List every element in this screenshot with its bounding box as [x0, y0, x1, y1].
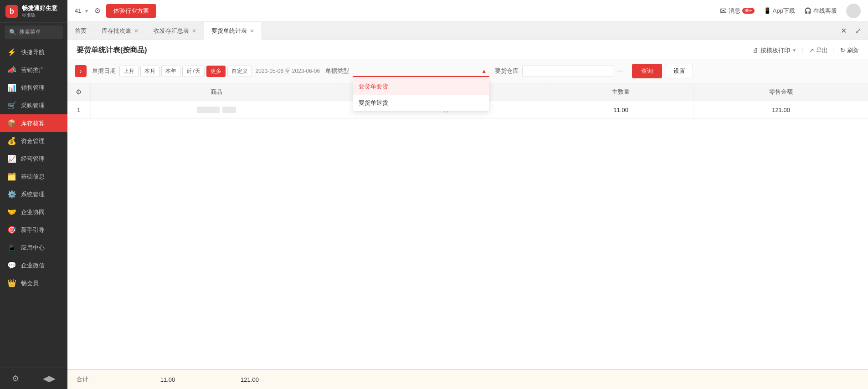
page-header-actions: 🖨 按模板打印 ▼ | ↗ 导出 | ↻ 刷新	[753, 46, 859, 55]
filter-actions: 查询 设置	[632, 64, 693, 78]
query-button[interactable]: 查询	[632, 64, 662, 78]
user-avatar[interactable]	[846, 4, 861, 18]
online-service-button[interactable]: 🎧 在线客服	[804, 7, 837, 15]
print-arrow-icon: ▼	[792, 48, 796, 53]
col-header-gear[interactable]: ⚙	[67, 83, 90, 101]
sidebar-item-sales[interactable]: 📊 销售管理	[0, 79, 67, 97]
export-icon: ↗	[809, 47, 814, 54]
print-icon: 🖨	[753, 47, 759, 54]
sidebar-item-wechat[interactable]: 💬 企业微信	[0, 256, 67, 274]
app-logo-text: 畅捷通好生意 标准版	[22, 5, 57, 18]
tab-batch[interactable]: 库存批次账 ✕	[94, 22, 146, 40]
apps-icon: 📱	[7, 243, 16, 252]
row-product	[90, 101, 343, 119]
export-button[interactable]: ↗ 导出	[809, 46, 828, 55]
table-wrap: ⚙ 商品 主计量单位 主数量 零售金额 1	[67, 83, 868, 369]
settings-button[interactable]: 设置	[666, 64, 693, 78]
page-title: 要货单统计表(按商品)	[77, 46, 147, 55]
warehouse-filter-input[interactable]	[522, 66, 613, 77]
marketing-icon: 📣	[7, 66, 16, 74]
type-dropdown-menu: 要货单要货 要货单退货	[353, 78, 489, 112]
dropdown-item-require-return[interactable]: 要货单退货	[353, 95, 489, 111]
sidebar-item-guide[interactable]: 🎯 新手引导	[0, 221, 67, 239]
sidebar-logo: b 畅捷通好生意 标准版	[0, 0, 67, 23]
sidebar-item-basic[interactable]: 🗂️ 基础信息	[0, 168, 67, 185]
sidebar-item-enterprise[interactable]: 🤝 企业协同	[0, 203, 67, 221]
topbar: 41 ▼ ⚙ 体验行业方案 ✉ 消息 99+ 📱 App下载 🎧 在线客服	[67, 0, 868, 22]
row-index: 1	[67, 101, 90, 119]
warehouse-more-icon[interactable]: ···	[617, 67, 623, 75]
refresh-label: 刷新	[847, 46, 859, 55]
tab-order-stats-label: 要货单统计表	[211, 27, 247, 35]
table-settings-icon[interactable]: ⚙	[76, 88, 82, 96]
print-label: 按模板打印	[760, 46, 790, 55]
type-filter-label: 单据类型	[325, 67, 349, 75]
dropdown-item-require-goods[interactable]: 要货单要货	[353, 78, 489, 95]
tabs-controls: ✕ ⤢	[833, 25, 868, 37]
expand-tabs-button[interactable]: ⤢	[852, 25, 864, 37]
purchase-icon: 🛒	[7, 101, 16, 110]
operations-icon: 📈	[7, 154, 16, 163]
date-custom-btn[interactable]: 自定义	[227, 66, 252, 77]
product-code-placeholder	[222, 107, 236, 113]
trial-button[interactable]: 体验行业方案	[106, 4, 156, 18]
sidebar-item-member[interactable]: 👑 畅会员	[0, 274, 67, 292]
print-button[interactable]: 🖨 按模板打印 ▼	[753, 46, 796, 55]
type-input-wrap: ▲ 要货单要货 要货单退货	[353, 66, 489, 77]
sidebar-item-label: 新手引导	[21, 226, 45, 234]
topbar-gear-icon[interactable]: ⚙	[94, 6, 101, 15]
sidebar-item-label: 系统管理	[21, 190, 45, 199]
messages-badge: 99+	[742, 8, 755, 14]
tab-order-stats[interactable]: 要货单统计表 ✕	[204, 22, 262, 40]
sidebar-item-system[interactable]: ⚙️ 系统管理	[0, 185, 67, 203]
sidebar-item-apps[interactable]: 📱 应用中心	[0, 239, 67, 256]
tab-order-stats-close[interactable]: ✕	[250, 28, 254, 34]
tab-home-label: 首页	[75, 27, 87, 35]
sidebar-item-label: 采购管理	[21, 102, 45, 110]
close-all-tabs-button[interactable]: ✕	[837, 25, 850, 37]
product-cell	[96, 107, 338, 113]
guide-icon: 🎯	[7, 225, 16, 234]
filter-toggle-button[interactable]: ›	[75, 65, 87, 77]
tab-summary-label: 收发存汇总表	[154, 27, 189, 35]
tab-home[interactable]: 首页	[67, 22, 94, 40]
sidebar-item-label: 快捷导航	[21, 48, 45, 56]
messages-label: 消息	[729, 7, 740, 15]
date-this-month-btn[interactable]: 本月	[140, 66, 159, 77]
warehouse-filter-group: 要货仓库 ···	[495, 66, 623, 77]
type-filter-input[interactable]	[353, 66, 489, 77]
type-dropdown-arrow-icon[interactable]: ▲	[481, 68, 487, 74]
sidebar-collapse-btn[interactable]: ◀▶	[39, 372, 59, 385]
chevron-right-icon: ›	[80, 67, 82, 75]
date-last-month-btn[interactable]: 上月	[119, 66, 139, 77]
refresh-icon: ↻	[840, 47, 845, 54]
topbar-right: ✉ 消息 99+ 📱 App下载 🎧 在线客服	[720, 4, 861, 18]
store-selector[interactable]: 41 ▼	[75, 7, 89, 14]
filter-area: › 单据日期 上月 本月 本年 近7天 更多 自定义 2023-05-06 至 …	[67, 59, 868, 83]
refresh-button[interactable]: ↻ 刷新	[840, 46, 859, 55]
sidebar-item-purchase[interactable]: 🛒 采购管理	[0, 97, 67, 114]
sidebar-nav: ⚡ 快捷导航 📣 营销推广 📊 销售管理 🛒 采购管理 📦 库存核算 💰 资金管…	[0, 41, 67, 368]
app-download-button[interactable]: 📱 App下载	[764, 7, 795, 15]
messages-button[interactable]: ✉ 消息 99+	[720, 6, 755, 16]
sidebar-item-operations[interactable]: 📈 经营管理	[0, 150, 67, 168]
member-icon: 👑	[7, 279, 16, 287]
sidebar-item-finance[interactable]: 💰 资金管理	[0, 132, 67, 150]
search-icon: 🔍	[9, 29, 16, 36]
sidebar-item-label: 基础信息	[21, 173, 45, 181]
footer-values: 11.00 121.00	[113, 376, 277, 383]
tab-summary[interactable]: 收发存汇总表 ✕	[146, 22, 204, 40]
date-this-year-btn[interactable]: 本年	[161, 66, 180, 77]
sidebar-search[interactable]: 🔍 搜索菜单	[5, 26, 63, 39]
date-more-btn[interactable]: 更多	[206, 66, 226, 77]
main-area: 41 ▼ ⚙ 体验行业方案 ✉ 消息 99+ 📱 App下载 🎧 在线客服 首页	[67, 0, 868, 389]
date-last-7days-btn[interactable]: 近7天	[182, 66, 205, 77]
sidebar-settings-btn[interactable]: ⚙	[8, 372, 23, 385]
sidebar-item-quick-nav[interactable]: ⚡ 快捷导航	[0, 43, 67, 61]
sidebar-item-marketing[interactable]: 📣 营销推广	[0, 61, 67, 79]
tab-batch-close[interactable]: ✕	[134, 28, 139, 34]
sidebar-item-inventory[interactable]: 📦 库存核算	[0, 114, 67, 132]
sidebar-bottom: ⚙ ◀▶	[0, 368, 67, 389]
tab-summary-close[interactable]: ✕	[192, 28, 196, 34]
footer-label: 合计	[77, 375, 113, 384]
